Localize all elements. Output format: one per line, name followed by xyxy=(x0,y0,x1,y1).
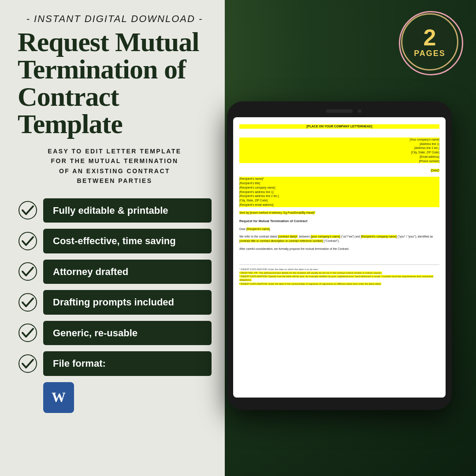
word-icon: W xyxy=(43,382,74,413)
subtitle: EASY TO EDIT LETTER TEMPLATE FOR THE MUT… xyxy=(18,146,212,186)
instant-download-label: - INSTANT DIGITAL DOWNLOAD - xyxy=(18,13,212,25)
doc-body2: After careful consideration, we formally… xyxy=(239,247,439,251)
word-icon-container: W xyxy=(43,382,212,413)
doc-recipient-name: [Recipient's name]² xyxy=(239,177,439,181)
feature-label-attorney: Attorney drafted xyxy=(43,260,212,284)
checkmark-icon xyxy=(18,323,38,343)
doc-body1: We refer to the contract dated [contract… xyxy=(239,234,439,243)
doc-footnote1: ¹ INSERT EXPLANATION: Enter the date on … xyxy=(239,268,439,271)
doc-right-address: [Your company's name] [Address line 1] [… xyxy=(239,138,439,164)
doc-footer: ¹ INSERT EXPLANATION: Enter the date on … xyxy=(239,264,439,286)
checkmark-icon xyxy=(18,353,38,374)
checkmark-icon xyxy=(18,292,38,312)
checkmark-icon xyxy=(18,231,38,251)
tablet-screen: [PLACE ON YOUR COMPANY LETTERHEAD] [Your… xyxy=(233,117,446,398)
doc-footnote2: ² DRAFTING TIP: The address/contact deta… xyxy=(239,271,439,275)
feature-label-editable: Fully editable & printable xyxy=(43,198,212,223)
doc-letterhead: [PLACE ON YOUR COMPANY LETTERHEAD] xyxy=(239,124,439,129)
doc-recipient-address1: [Recipient's address line 1] xyxy=(239,190,439,194)
feature-label-generic: Generic, re-usable xyxy=(43,321,212,346)
doc-dear: Dear [Recipient's name], xyxy=(239,227,439,231)
pages-number: 2 xyxy=(424,26,436,49)
left-panel: - INSTANT DIGITAL DOWNLOAD - Request Mut… xyxy=(0,0,225,476)
checkmark-icon xyxy=(18,200,38,220)
pages-text: PAGES xyxy=(414,49,446,58)
checkmark-icon xyxy=(18,261,38,282)
doc-address2: [Address line 2 etc.] xyxy=(239,146,439,150)
doc-city-state: [City, State, ZIP Code] xyxy=(239,150,439,155)
pages-badge-inner: 2 PAGES xyxy=(405,18,454,66)
doc-date: [Date]¹ xyxy=(431,169,439,172)
doc-sent-by: Sent by [insert method of delivery: Eg P… xyxy=(239,211,439,215)
list-item: Fully editable & printable xyxy=(18,198,212,223)
pages-badge-circle: 2 PAGES xyxy=(401,13,458,71)
list-item: Generic, re-usable xyxy=(18,321,212,346)
list-item: Attorney drafted xyxy=(18,260,212,284)
doc-email: [Email address] xyxy=(239,155,439,159)
pages-badge: 2 PAGES xyxy=(401,13,458,71)
tablet-camera xyxy=(326,109,353,113)
doc-date-container: [Date]¹ xyxy=(239,168,439,172)
right-panel: [PLACE ON YOUR COMPANY LETTERHEAD] [Your… xyxy=(203,0,476,476)
main-title: Request Mutual Termination of Contract T… xyxy=(18,28,212,138)
doc-recipient-email: [Recipient's email address] xyxy=(239,203,439,207)
list-item: File format: xyxy=(18,351,212,376)
feature-label-format: File format: xyxy=(43,351,212,376)
doc-recipient-address2: [Recipient's address line 2 etc.] xyxy=(239,194,439,198)
feature-list: Fully editable & printable Cost-effectiv… xyxy=(18,198,212,376)
list-item: Drafting prompts included xyxy=(18,290,212,315)
doc-company-name: [Your company's name] xyxy=(239,138,439,142)
doc-recipient-title: [Recipient's title] xyxy=(239,181,439,186)
doc-subject: Request for Mutual Termination of Contra… xyxy=(239,219,439,224)
doc-footnote3: ³ INSERT EXPLANATION: Specify how the le… xyxy=(239,275,439,282)
list-item: Cost-effective, time saving xyxy=(18,229,212,253)
doc-footnote4: ⁴ INSERT EXPLANATION: Enter the date of … xyxy=(239,282,439,286)
feature-label-drafting: Drafting prompts included xyxy=(43,290,212,315)
doc-recipient: [Recipient's name]² [Recipient's title] … xyxy=(239,177,439,207)
doc-address1: [Address line 1] xyxy=(239,142,439,146)
tablet-mockup: [PLACE ON YOUR COMPANY LETTERHEAD] [Your… xyxy=(227,101,452,410)
feature-label-cost: Cost-effective, time saving xyxy=(43,229,212,253)
doc-sent-by-text: Sent by [insert method of delivery: Eg P… xyxy=(239,211,315,214)
doc-phone: [Phone number] xyxy=(239,159,439,164)
doc-recipient-company: [Recipient's company name] xyxy=(239,186,439,190)
doc-recipient-city: [City, State, ZIP Code] xyxy=(239,198,439,203)
